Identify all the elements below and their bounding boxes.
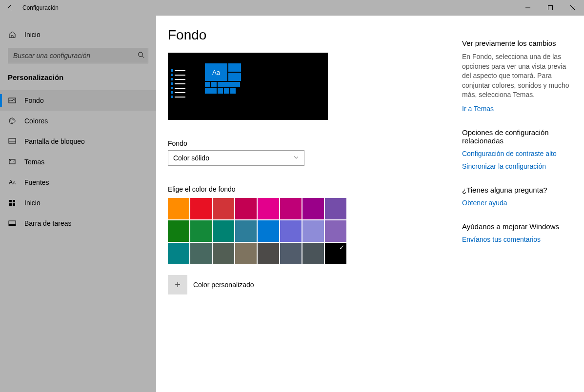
fonts-icon: AA	[8, 178, 17, 187]
close-button[interactable]	[562, 0, 584, 16]
question-heading: ¿Tienes alguna pregunta?	[462, 186, 572, 194]
lockscreen-icon	[8, 137, 17, 146]
preview-changes-heading: Ver previamente los cambios	[462, 39, 572, 47]
sidebar-item-label: Temas	[24, 158, 44, 166]
feedback-heading: Ayúdanos a mejorar Windows	[462, 222, 572, 231]
sidebar-item-fondo[interactable]: Fondo	[0, 90, 156, 111]
svg-point-7	[10, 119, 11, 120]
search-input[interactable]	[8, 48, 148, 63]
sidebar: Inicio Personalización Fondo Colores P	[0, 16, 156, 392]
sidebar-item-label: Fuentes	[24, 178, 49, 186]
sidebar-home-label: Inicio	[24, 31, 40, 39]
color-swatch[interactable]	[168, 220, 189, 242]
sidebar-item-colores[interactable]: Colores	[0, 111, 156, 131]
page-title: Fondo	[168, 27, 445, 43]
color-swatch[interactable]	[302, 220, 324, 242]
window-title: Configuración	[22, 4, 59, 11]
svg-rect-14	[13, 200, 15, 202]
themes-icon	[8, 157, 17, 166]
palette-icon	[8, 117, 17, 125]
titlebar: Configuración	[0, 0, 584, 16]
sidebar-item-label: Barra de tareas	[24, 219, 72, 227]
sidebar-home[interactable]: Inicio	[0, 25, 156, 44]
preview-sample-text: Aa	[205, 63, 227, 81]
sidebar-item-barra-tareas[interactable]: Barra de tareas	[0, 213, 156, 234]
svg-line-5	[142, 56, 144, 58]
color-swatch[interactable]	[280, 243, 302, 264]
chevron-down-icon	[293, 154, 299, 162]
plus-icon: +	[175, 279, 181, 291]
color-swatch[interactable]	[235, 220, 257, 242]
background-dropdown[interactable]: Color sólido	[168, 150, 304, 166]
background-field-label: Fondo	[168, 139, 445, 147]
sidebar-section-header: Personalización	[0, 73, 156, 90]
color-grid	[168, 198, 445, 264]
sidebar-item-label: Inicio	[24, 199, 40, 207]
svg-rect-18	[9, 224, 16, 226]
custom-color-button[interactable]: +	[168, 275, 187, 294]
color-swatch[interactable]	[190, 243, 212, 264]
svg-rect-16	[13, 203, 15, 206]
send-feedback-link[interactable]: Envíanos tus comentarios	[462, 235, 572, 243]
color-swatch[interactable]	[213, 198, 234, 219]
svg-rect-15	[9, 203, 12, 206]
background-dropdown-value: Color sólido	[173, 154, 209, 162]
sidebar-item-temas[interactable]: Temas	[0, 152, 156, 172]
svg-point-9	[13, 119, 14, 120]
color-swatch[interactable]	[190, 198, 212, 219]
sync-settings-link[interactable]: Sincronizar la configuración	[462, 162, 572, 170]
color-swatch[interactable]	[190, 220, 212, 242]
color-swatch[interactable]	[258, 220, 279, 242]
color-swatch[interactable]	[302, 243, 324, 264]
sidebar-item-pantalla-bloqueo[interactable]: Pantalla de bloqueo	[0, 131, 156, 152]
color-swatch[interactable]	[258, 243, 279, 264]
svg-point-4	[139, 52, 143, 57]
minimize-button[interactable]	[517, 0, 539, 16]
sidebar-item-label: Colores	[24, 117, 48, 125]
color-swatch[interactable]	[213, 220, 234, 242]
svg-rect-1	[548, 6, 553, 10]
related-settings-heading: Opciones de configuración relacionadas	[462, 128, 572, 145]
color-swatch[interactable]	[325, 220, 346, 242]
custom-color-label: Color personalizado	[193, 281, 254, 289]
home-icon	[8, 30, 17, 39]
sidebar-item-fuentes[interactable]: AA Fuentes	[0, 172, 156, 193]
taskbar-icon	[8, 219, 17, 228]
sidebar-item-label: Pantalla de bloqueo	[24, 137, 85, 145]
color-swatch[interactable]	[258, 198, 279, 219]
color-swatch[interactable]	[302, 198, 324, 219]
color-swatch[interactable]	[235, 243, 257, 264]
start-icon	[8, 198, 17, 207]
svg-rect-13	[9, 200, 12, 202]
color-swatch[interactable]	[235, 198, 257, 219]
svg-point-8	[12, 119, 13, 120]
color-swatch[interactable]	[168, 243, 189, 264]
picture-icon	[8, 96, 17, 105]
go-to-themes-link[interactable]: Ir a Temas	[462, 105, 572, 113]
svg-rect-10	[9, 138, 16, 143]
color-swatch[interactable]	[168, 198, 189, 219]
back-icon[interactable]	[6, 3, 15, 12]
maximize-button[interactable]	[539, 0, 562, 16]
color-swatch[interactable]	[325, 243, 346, 264]
choose-color-label: Elige el color de fondo	[168, 185, 445, 193]
get-help-link[interactable]: Obtener ayuda	[462, 199, 572, 207]
high-contrast-link[interactable]: Configuración de contraste alto	[462, 150, 572, 157]
color-swatch[interactable]	[325, 198, 346, 219]
desktop-preview: Aa	[168, 53, 328, 120]
search-icon[interactable]	[138, 52, 144, 60]
color-swatch[interactable]	[213, 243, 234, 264]
sidebar-item-inicio[interactable]: Inicio	[0, 193, 156, 213]
color-swatch[interactable]	[280, 198, 302, 219]
sidebar-item-label: Fondo	[24, 97, 44, 104]
preview-changes-text: En Fondo, selecciona una de las opciones…	[462, 52, 572, 100]
color-swatch[interactable]	[280, 220, 302, 242]
